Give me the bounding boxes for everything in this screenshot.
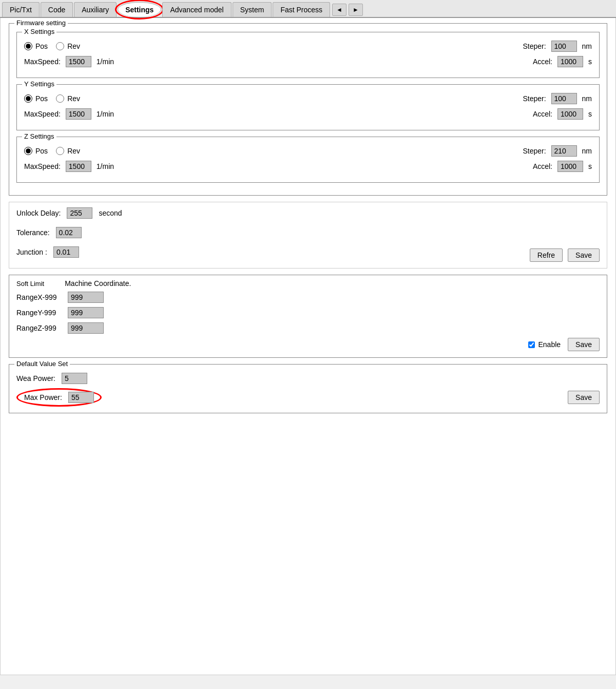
default-value-group: Default Value Set Wea Power: Max Power: …	[9, 364, 607, 413]
params-save-button[interactable]: Save	[568, 248, 600, 262]
y-pos-radio[interactable]	[24, 94, 32, 103]
tab-advanced-model[interactable]: Advanced model	[162, 2, 231, 17]
x-accel-unit: s	[588, 58, 592, 66]
firmware-label: Firmware setting	[14, 19, 68, 27]
z-radio-group: Pos Rev	[24, 147, 80, 155]
z-pos-label: Pos	[35, 147, 48, 155]
enable-save-row: Enable Save	[16, 338, 600, 351]
range-z-row: RangeZ-999	[16, 322, 600, 334]
y-steper-input[interactable]	[551, 93, 577, 104]
y-rev-label: Rev	[67, 94, 80, 103]
tab-nav-prev[interactable]: ◄	[332, 4, 346, 16]
unlock-delay-input[interactable]	[67, 207, 92, 219]
x-rev-label: Rev	[67, 42, 80, 50]
z-maxspeed-input[interactable]	[66, 161, 91, 172]
soft-limit-label: Soft Limit	[16, 280, 44, 288]
wea-power-input[interactable]	[62, 373, 87, 384]
default-value-save-button[interactable]: Save	[568, 391, 600, 404]
y-rev-radio-label[interactable]: Rev	[56, 94, 80, 103]
params-buttons: Refre Save	[530, 248, 600, 262]
tab-system[interactable]: System	[233, 2, 272, 17]
z-rev-radio[interactable]	[56, 147, 64, 155]
soft-limit-save-button[interactable]: Save	[568, 338, 600, 351]
range-x-label: RangeX-999	[16, 293, 63, 301]
enable-checkbox[interactable]	[528, 341, 535, 348]
soft-limit-group: Soft Limit Machine Coordinate. RangeX-99…	[9, 275, 607, 358]
enable-checkbox-label[interactable]: Enable	[528, 340, 561, 349]
x-steper-input[interactable]	[551, 41, 577, 52]
y-pos-radio-label[interactable]: Pos	[24, 94, 48, 103]
y-rev-radio[interactable]	[56, 94, 64, 103]
range-y-input[interactable]	[68, 307, 104, 318]
tab-code[interactable]: Code	[41, 2, 73, 17]
x-maxspeed-label: MaxSpeed:	[24, 58, 61, 66]
z-steper-group: Steper: nm	[523, 145, 592, 157]
tab-nav-next[interactable]: ►	[349, 4, 363, 16]
z-pos-radio-label[interactable]: Pos	[24, 147, 48, 155]
refre-button[interactable]: Refre	[530, 248, 563, 262]
tab-fast-process[interactable]: Fast Process	[273, 2, 330, 17]
x-steper-label: Steper:	[523, 42, 546, 50]
y-maxspeed-unit: 1/min	[97, 110, 114, 118]
z-settings-content: Pos Rev Steper:	[24, 145, 592, 172]
x-rev-radio-label[interactable]: Rev	[56, 42, 80, 50]
x-maxspeed-item: MaxSpeed: 1/min	[24, 56, 114, 67]
app-container: Pic/Txt Code Auxiliary Settings Advanced…	[0, 0, 616, 689]
x-rev-radio[interactable]	[56, 42, 64, 50]
soft-limit-header: Soft Limit Machine Coordinate.	[16, 279, 600, 288]
tab-auxiliary[interactable]: Auxiliary	[74, 2, 117, 17]
junction-input[interactable]	[53, 246, 79, 258]
y-steper-label: Steper:	[523, 94, 546, 103]
x-pos-radio[interactable]	[24, 42, 32, 50]
y-row1: Pos Rev Steper:	[24, 93, 592, 104]
tolerance-label: Tolerance:	[16, 228, 50, 237]
default-value-label: Default Value Set	[14, 360, 70, 368]
z-maxspeed-label: MaxSpeed:	[24, 162, 61, 170]
x-accel-input[interactable]	[557, 56, 583, 67]
range-y-label: RangeY-999	[16, 309, 63, 317]
y-steper-item: Steper: nm	[523, 93, 592, 104]
params-section: Unlock Delay: second Tolerance: Junction…	[9, 202, 607, 269]
max-power-input[interactable]	[68, 392, 94, 403]
x-radio-group: Pos Rev	[24, 42, 80, 50]
max-power-row: Max Power: Save	[16, 388, 600, 407]
z-accel-label: Accel:	[533, 162, 552, 170]
x-pos-label: Pos	[35, 42, 48, 50]
tolerance-input[interactable]	[56, 227, 82, 238]
range-z-input[interactable]	[68, 322, 104, 334]
max-power-highlight: Max Power:	[16, 388, 102, 407]
z-steper-input[interactable]	[551, 145, 577, 157]
tab-settings[interactable]: Settings	[118, 2, 161, 17]
x-settings-label: X Settings	[22, 28, 56, 35]
y-maxspeed-input[interactable]	[66, 108, 91, 120]
x-settings-group: X Settings Pos Rev	[16, 32, 600, 78]
soft-limit-content: RangeX-999 RangeY-999 RangeZ-999 Enable	[16, 292, 600, 351]
params-left: Unlock Delay: second Tolerance: Junction…	[16, 207, 122, 262]
wea-power-label: Wea Power:	[16, 374, 55, 382]
y-steper-group: Steper: nm	[523, 93, 592, 104]
y-accel-input[interactable]	[557, 108, 583, 120]
z-steper-item: Steper: nm	[523, 145, 592, 157]
z-rev-label: Rev	[67, 147, 80, 155]
z-settings-label: Z Settings	[22, 132, 56, 140]
x-steper-item: Steper: nm	[523, 41, 592, 52]
tab-pic-txt[interactable]: Pic/Txt	[2, 2, 40, 17]
params-section-inner: Unlock Delay: second Tolerance: Junction…	[16, 207, 600, 262]
range-z-label: RangeZ-999	[16, 324, 63, 332]
enable-label: Enable	[538, 340, 561, 349]
x-pos-radio-label[interactable]: Pos	[24, 42, 48, 50]
range-x-input[interactable]	[68, 292, 104, 303]
machine-coord-label: Machine Coordinate.	[65, 279, 131, 288]
wea-power-row: Wea Power:	[16, 373, 600, 384]
range-y-row: RangeY-999	[16, 307, 600, 318]
z-maxspeed-unit: 1/min	[97, 162, 114, 170]
z-accel-input[interactable]	[557, 161, 583, 172]
x-steper-group: Steper: nm	[523, 41, 592, 52]
y-radio-group: Pos Rev	[24, 94, 80, 103]
tab-bar: Pic/Txt Code Auxiliary Settings Advanced…	[0, 0, 616, 18]
z-row2: MaxSpeed: 1/min Accel: s	[24, 161, 592, 172]
z-pos-radio[interactable]	[24, 147, 32, 155]
y-row2: MaxSpeed: 1/min Accel: s	[24, 108, 592, 120]
z-rev-radio-label[interactable]: Rev	[56, 147, 80, 155]
x-maxspeed-input[interactable]	[66, 56, 91, 67]
